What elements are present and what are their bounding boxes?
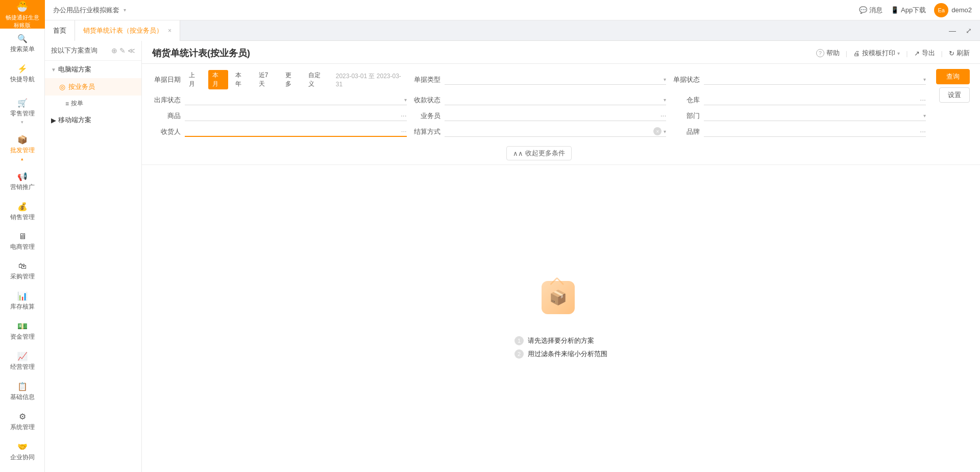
receiver-dots-icon[interactable]: ···	[401, 127, 407, 135]
sidebar-item-label: 搜索菜单	[10, 45, 35, 54]
date-btn-thisyear[interactable]: 本年	[231, 70, 252, 89]
marketing-icon: 📢	[17, 172, 28, 181]
edit-scheme-btn[interactable]: ✎	[119, 46, 126, 55]
filter-item-warehouse: 仓库 ···	[671, 95, 926, 105]
scheme-sub-item-order[interactable]: ≡ 按单	[45, 96, 141, 111]
scheme-item-salesperson[interactable]: ◎ 按业务员	[45, 78, 141, 96]
product-input[interactable]	[185, 112, 399, 120]
outbound-select[interactable]: ▾	[185, 95, 407, 105]
filter-fields: 单据日期 上月 本月 本年 近7天 更多 自定义 2023-03-01 至 20…	[142, 64, 936, 164]
receipt-label: 收款状态	[412, 96, 440, 105]
filter-row-2: 出库状态 ▾ 收款状态 ▾	[142, 95, 936, 110]
user-info[interactable]: Ea demo2	[934, 3, 972, 17]
empty-icon: 📦	[535, 275, 586, 326]
mobile-scheme-group-header[interactable]: ▶ 移动端方案	[45, 111, 141, 129]
tab-home-label: 首页	[53, 26, 66, 35]
desktop-scheme-group-header[interactable]: ▼ 电脑端方案	[45, 61, 141, 78]
doc-status-select[interactable]: ▾	[704, 75, 926, 85]
outbound-input[interactable]	[185, 96, 402, 104]
query-btn[interactable]: 查询	[936, 69, 970, 84]
empty-tip-1: 1 请先选择要分析的方案	[514, 336, 607, 345]
date-btn-thismonth[interactable]: 本月	[208, 70, 229, 89]
message-icon: 💬	[859, 6, 867, 14]
export-icon: ↗	[914, 50, 920, 57]
app-download-btn[interactable]: 📱 App下载	[891, 6, 926, 15]
doc-status-label: 单据状态	[671, 75, 700, 84]
message-btn[interactable]: 💬 消息	[859, 6, 883, 15]
settings-btn[interactable]: 设置	[939, 87, 970, 103]
department-label: 部门	[671, 111, 700, 121]
warehouse-input[interactable]	[704, 96, 918, 104]
date-btn-more[interactable]: 更多	[281, 70, 302, 89]
export-btn[interactable]: ↗ 导出	[914, 49, 935, 58]
step-2-icon: 2	[514, 349, 524, 359]
sidebar-item-operation[interactable]: 📈 经营管理	[0, 346, 45, 376]
filter-item-department: 部门 ▾	[671, 110, 926, 121]
doc-type-select[interactable]: ▾	[445, 75, 667, 85]
product-dots-icon[interactable]: ···	[401, 111, 407, 120]
receipt-select[interactable]: ▾	[445, 95, 667, 105]
top-header-left: 办公用品行业模拟账套 ▾	[53, 6, 126, 15]
sidebar-item-retail[interactable]: 🛒 零售管理 ▾	[0, 93, 45, 130]
date-btn-custom[interactable]: 自定义	[304, 70, 330, 89]
product-select[interactable]: ···	[185, 110, 407, 121]
sidebar-item-enterprise[interactable]: 🤝 企业协同	[0, 437, 45, 467]
help-btn[interactable]: ? 帮助	[816, 49, 840, 58]
sidebar-item-label: 采购管理	[10, 272, 35, 281]
settlement-input[interactable]	[445, 128, 654, 135]
app-download-icon: 📱	[891, 6, 899, 14]
tip-2-text: 用过滤条件来缩小分析范围	[528, 349, 607, 359]
department-input[interactable]	[704, 112, 921, 120]
sidebar-item-system[interactable]: ⚙ 系统管理	[0, 407, 45, 437]
tab-close-icon[interactable]: ×	[168, 27, 172, 34]
tab-maximize-btn[interactable]: ⤢	[962, 23, 976, 38]
date-btn-7days[interactable]: 近7天	[255, 70, 278, 89]
sidebar-item-wholesale[interactable]: 📦 批发管理 ▴	[0, 130, 45, 167]
salesperson-input[interactable]	[445, 112, 658, 120]
sidebar-item-search[interactable]: 🔍 搜索菜单	[0, 29, 45, 59]
sidebar-item-ecommerce[interactable]: 🖥 电商管理	[0, 227, 45, 256]
settlement-arrow-icon: ▾	[664, 129, 666, 134]
sidebar-item-marketing[interactable]: 📢 营销推广	[0, 167, 45, 197]
sidebar-item-finance[interactable]: 💵 资金管理	[0, 316, 45, 346]
brand-input[interactable]	[704, 128, 918, 135]
collapse-icon: ∧∧	[513, 150, 523, 157]
brand-select[interactable]: ···	[704, 126, 926, 137]
department-select[interactable]: ▾	[704, 111, 926, 121]
tab-sales-stats[interactable]: 销货单统计表（按业务员） ×	[75, 20, 180, 41]
refresh-btn[interactable]: ↻ 刷新	[949, 49, 970, 58]
receiver-input[interactable]	[185, 126, 399, 136]
sidebar-item-inventory[interactable]: 📊 库存核算	[0, 286, 45, 316]
date-range-display: 2023-03-01 至 2023-03-31	[336, 72, 407, 88]
collapse-label: 收起更多条件	[525, 149, 565, 158]
settlement-clear-btn[interactable]: ×	[653, 127, 662, 135]
template-print-label: 按模板打印	[862, 49, 895, 58]
finance-icon: 💵	[17, 321, 28, 331]
sidebar-item-quicknav[interactable]: ⚡ 快捷导航	[0, 59, 45, 89]
sidebar-item-sales[interactable]: 💰 销售管理	[0, 197, 45, 227]
collapse-more-btn[interactable]: ∧∧ 收起更多条件	[506, 146, 572, 160]
sidebar-item-newuser[interactable]: 🌱 新手引导	[0, 467, 45, 472]
salesperson-select[interactable]: ···	[445, 110, 667, 121]
salesperson-dots-icon[interactable]: ···	[660, 111, 667, 120]
settlement-label: 结算方式	[412, 127, 440, 136]
doc-status-input[interactable]	[704, 76, 921, 83]
settlement-select[interactable]: × ▾	[445, 126, 667, 137]
brand-dots-icon[interactable]: ···	[920, 127, 926, 135]
template-print-btn[interactable]: 🖨 按模板打印 ▾	[853, 49, 900, 58]
tab-home[interactable]: 首页	[45, 20, 75, 41]
collapse-panel-btn[interactable]: ≪	[128, 46, 135, 55]
top-header-right: 💬 消息 📱 App下载 Ea demo2	[859, 3, 972, 17]
date-btn-lastmonth[interactable]: 上月	[185, 70, 205, 89]
main-area: 办公用品行业模拟账套 ▾ 💬 消息 📱 App下载 Ea demo2 首页 销货…	[45, 0, 980, 472]
inline-actions: 查询 设置	[936, 64, 980, 164]
warehouse-select[interactable]: ···	[704, 95, 926, 105]
doc-type-input[interactable]	[445, 76, 662, 83]
warehouse-dots-icon[interactable]: ···	[920, 96, 926, 104]
tab-minimize-btn[interactable]: —	[945, 23, 960, 38]
add-scheme-btn[interactable]: ⊕	[111, 46, 117, 55]
filter-item-receipt: 收款状态 ▾	[412, 95, 667, 105]
sidebar-item-basic[interactable]: 📋 基础信息	[0, 376, 45, 407]
receipt-input[interactable]	[445, 96, 662, 104]
sidebar-item-purchase[interactable]: 🛍 采购管理	[0, 256, 45, 286]
